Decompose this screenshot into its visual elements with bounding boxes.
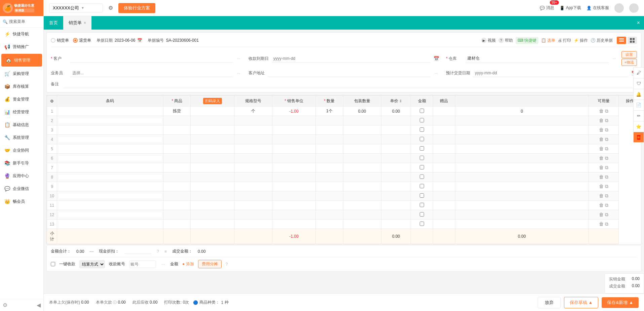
order-no-value[interactable]: SA-20230606-001 <box>166 38 198 43</box>
row-pkg-qty-9[interactable] <box>316 191 343 201</box>
row-product-1[interactable] <box>163 116 191 125</box>
row-unit-price-8[interactable] <box>343 182 381 191</box>
row-gift-5[interactable] <box>411 154 433 163</box>
row-pkg-qty-1[interactable] <box>316 116 343 125</box>
sidebar-item-purchase-mgmt[interactable]: 🛒采购管理 <box>0 67 43 80</box>
sidebar-item-app-center[interactable]: 🔮应用中心 <box>0 169 43 182</box>
barcode-input-10[interactable] <box>59 203 162 208</box>
row-product-8[interactable] <box>163 182 191 191</box>
row-barcode-11[interactable] <box>57 210 163 220</box>
date-value[interactable]: 2023-06-06 <box>115 38 135 43</box>
copy-row-icon-6[interactable]: ⧉ <box>605 165 608 170</box>
barcode-input-1[interactable] <box>59 118 162 123</box>
row-spec-6[interactable] <box>191 163 234 172</box>
delete-row-icon-2[interactable]: 🗑 <box>599 127 604 132</box>
barcode-input-2[interactable] <box>59 128 162 132</box>
message-btn[interactable]: 💬 消息 99+ <box>540 5 554 11</box>
copy-row-icon-4[interactable]: ⧉ <box>605 146 608 151</box>
row-unit-5[interactable] <box>234 154 272 163</box>
row-qty-9[interactable] <box>272 191 315 201</box>
row-unit-price-2[interactable] <box>343 125 381 135</box>
row-unit-12[interactable] <box>234 220 272 229</box>
delete-row-icon-6[interactable]: 🗑 <box>599 165 604 170</box>
row-qty-7[interactable] <box>272 172 315 182</box>
row-barcode-3[interactable] <box>57 135 163 144</box>
barcode-input-12[interactable] <box>59 222 162 227</box>
gift-checkbox-9[interactable] <box>420 193 424 198</box>
remark-input[interactable] <box>64 80 637 88</box>
calendar-icon[interactable]: 📅 <box>137 38 142 43</box>
row-qty-11[interactable] <box>272 210 315 220</box>
row-qty-8[interactable] <box>272 182 315 191</box>
row-barcode-9[interactable] <box>57 191 163 201</box>
gift-checkbox-12[interactable] <box>420 222 424 226</box>
row-unit-1[interactable] <box>234 116 272 125</box>
row-spec-5[interactable] <box>191 154 234 163</box>
row-amount-6[interactable] <box>381 163 411 172</box>
row-unit-price-11[interactable] <box>343 210 381 220</box>
row-product-3[interactable] <box>163 135 191 144</box>
row-unit-price-1[interactable] <box>343 116 381 125</box>
gift-checkbox-11[interactable] <box>420 212 424 217</box>
row-unit-11[interactable] <box>234 210 272 220</box>
row-unit-price-0[interactable]: 0.00 <box>343 107 381 116</box>
settings-icon[interactable]: ⚙ <box>3 302 7 308</box>
row-amount-7[interactable] <box>381 172 411 182</box>
row-pkg-qty-2[interactable] <box>316 125 343 135</box>
sidebar-item-basic-info[interactable]: 📋基础信息 <box>0 118 43 131</box>
row-qty-10[interactable] <box>272 201 315 210</box>
row-barcode-8[interactable] <box>57 182 163 191</box>
row-gift-4[interactable] <box>411 144 433 154</box>
warehouse-more-icon[interactable]: ··· <box>611 56 617 61</box>
row-amount-5[interactable] <box>381 154 411 163</box>
row-spec-0[interactable] <box>191 107 234 116</box>
row-unit-price-12[interactable] <box>343 220 381 229</box>
copy-row-icon-5[interactable]: ⧉ <box>605 155 608 161</box>
barcode-input-0[interactable] <box>59 109 162 114</box>
row-unit-7[interactable] <box>234 172 272 182</box>
row-unit-10[interactable] <box>234 201 272 210</box>
row-pkg-qty-0[interactable]: 1个 <box>316 107 343 116</box>
collapse-icon[interactable]: ◀ <box>37 302 41 308</box>
row-product-5[interactable] <box>163 154 191 163</box>
delete-row-icon-11[interactable]: 🗑 <box>599 212 604 217</box>
barcode-input-8[interactable] <box>59 184 162 189</box>
row-pkg-qty-11[interactable] <box>316 210 343 220</box>
row-gift-11[interactable] <box>411 210 433 220</box>
account-no-input[interactable] <box>129 261 156 268</box>
gift-checkbox-3[interactable] <box>420 137 424 141</box>
float-btn-4[interactable]: 📄 <box>633 100 644 110</box>
gift-checkbox-8[interactable] <box>420 184 424 188</box>
sidebar-item-operations[interactable]: 📊经营管理 <box>0 106 43 118</box>
operate-action[interactable]: ⚡ 操作 <box>574 38 588 43</box>
float-btn-3[interactable]: 🔔 <box>633 89 644 100</box>
customer-more-icon[interactable]: ··· <box>236 56 242 61</box>
row-qty-6[interactable] <box>272 163 315 172</box>
row-barcode-0[interactable] <box>57 107 163 116</box>
account-more-icon[interactable]: ··· <box>160 262 166 267</box>
radio-return-order[interactable]: 退货单 <box>73 38 91 43</box>
row-amount-1[interactable] <box>381 116 411 125</box>
row-product-7[interactable] <box>163 172 191 182</box>
abandon-button[interactable]: 放弃 <box>538 297 561 308</box>
video-action[interactable]: ▶ 视频 <box>481 38 496 43</box>
shortcut-action[interactable]: ⌨ 快捷键 <box>516 37 538 44</box>
row-spec-2[interactable] <box>191 125 234 135</box>
one-click-pay-checkbox[interactable] <box>51 262 55 266</box>
settings-gear-icon[interactable]: ⚙ <box>107 3 114 12</box>
row-pkg-qty-12[interactable] <box>316 220 343 229</box>
logistics-btn[interactable]: +物流 <box>621 59 637 66</box>
gift-checkbox-10[interactable] <box>420 203 424 207</box>
barcode-input-5[interactable] <box>59 156 162 161</box>
sidebar-item-inventory[interactable]: 📦库存核算 <box>0 80 43 93</box>
row-pkg-qty-5[interactable] <box>316 154 343 163</box>
row-unit-price-4[interactable] <box>343 144 381 154</box>
row-product-2[interactable] <box>163 125 191 135</box>
row-unit-2[interactable] <box>234 125 272 135</box>
row-unit-0[interactable]: 个 <box>234 107 272 116</box>
settings-btn[interactable]: 设置 <box>621 51 637 58</box>
sidebar-item-sales-mgmt[interactable]: 🏠销售管理 <box>1 54 42 67</box>
tab-sales-order[interactable]: 销货单 × <box>63 16 91 30</box>
copy-row-icon-0[interactable]: ⧉ <box>605 108 608 114</box>
row-amount-10[interactable] <box>381 201 411 210</box>
